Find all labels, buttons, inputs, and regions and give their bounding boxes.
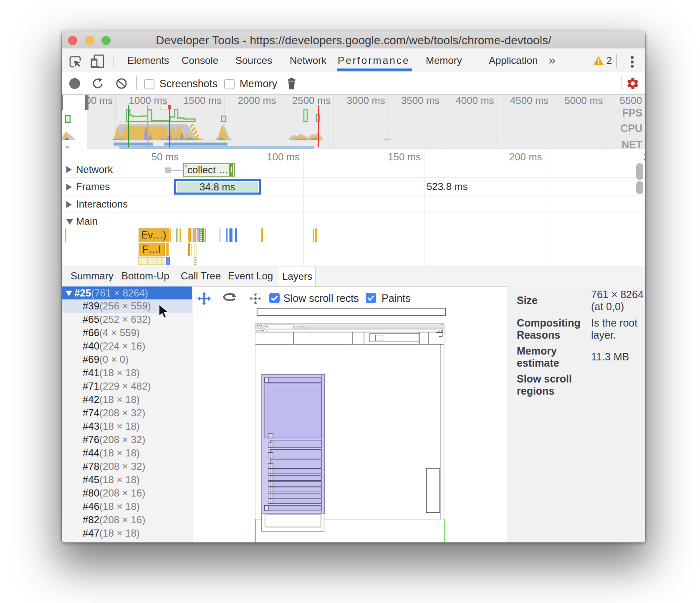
svg-text:4000 ms: 4000 ms [455,95,494,106]
svg-text:3500 ms: 3500 ms [401,95,440,106]
svg-text:5500: 5500 [620,95,642,106]
svg-text:5000 ms: 5000 ms [564,95,603,106]
svg-text:NET: NET [622,139,642,149]
svg-text:1000 ms: 1000 ms [129,95,167,106]
svg-text:2000 ms: 2000 ms [238,95,276,106]
svg-text:1500 ms: 1500 ms [183,95,222,106]
svg-text:CPU: CPU [620,122,642,134]
svg-text:FPS: FPS [622,107,642,119]
svg-text:2500 ms: 2500 ms [292,95,331,106]
svg-text:4500 ms: 4500 ms [510,95,548,106]
svg-text:3000 ms: 3000 ms [346,95,385,106]
